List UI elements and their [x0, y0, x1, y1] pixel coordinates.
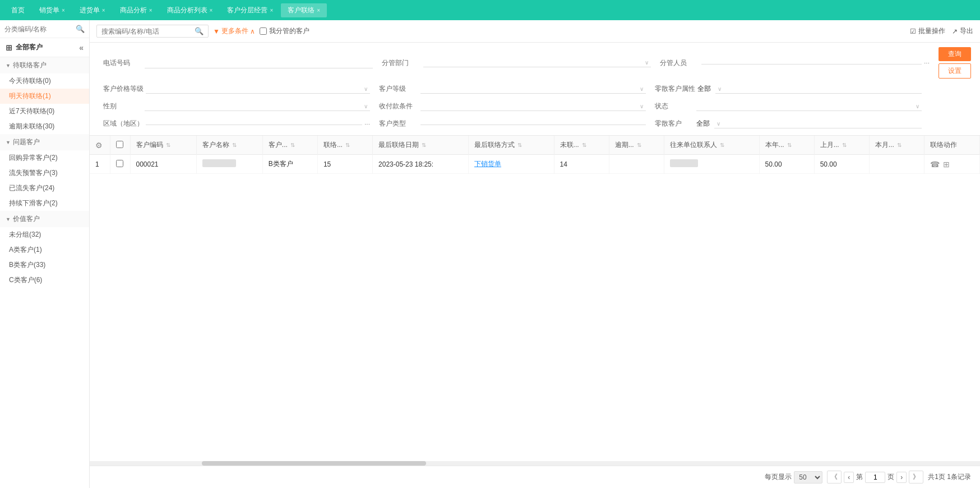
sidebar-item-tomorrow-contact[interactable]: 明天待联络(1) — [0, 89, 89, 104]
filter-manager-more[interactable]: ··· — [924, 59, 930, 67]
sort-last-contact-method-icon[interactable]: ⇅ — [517, 142, 522, 148]
filter-customer-level-select[interactable]: ∨ — [420, 85, 646, 94]
sort-customer-code-icon[interactable]: ⇅ — [166, 142, 170, 148]
nav-customer-tiered[interactable]: 客户分层经营 × — [220, 3, 280, 17]
per-page-select[interactable]: 50 100 200 — [794, 471, 822, 484]
filter-cell-status: 状态 ∨ — [650, 99, 926, 113]
setting-button[interactable]: 设置 — [939, 63, 971, 79]
th-current-month: 本月... ⇅ — [869, 136, 924, 155]
nav-product-analysis[interactable]: 商品分析 × — [113, 3, 159, 17]
nav-customer-contact[interactable]: 客户联络 × — [281, 3, 327, 17]
close-product-analysis-list-icon[interactable]: × — [210, 7, 213, 13]
filter-retail-customer-value: 全部 — [696, 119, 710, 128]
close-product-analysis-icon[interactable]: × — [149, 7, 152, 13]
sidebar-item-churn-warning[interactable]: 流失预警客户(3) — [0, 165, 89, 181]
filter-status-select[interactable]: ∨ — [696, 102, 922, 111]
dept-down-arrow-icon: ∨ — [645, 59, 649, 66]
filter-region-select[interactable] — [146, 122, 362, 125]
query-button[interactable]: 查询 — [939, 47, 971, 61]
filter-customer-type-label: 客户类型 — [379, 119, 418, 128]
sidebar-section-value: ▼ 价值客户 — [0, 211, 89, 227]
main-search-box[interactable]: 🔍 — [96, 25, 209, 38]
td-no-contact-days: 14 — [554, 155, 609, 174]
sort-last-contact-date-icon[interactable]: ⇅ — [422, 142, 426, 148]
my-customers-checkbox-container[interactable]: 我分管的客户 — [260, 26, 309, 36]
filter-customer-type-select[interactable] — [420, 122, 646, 125]
filter-phone-input[interactable] — [145, 58, 373, 68]
page-number-input[interactable] — [865, 472, 885, 483]
prev-page-button[interactable]: ‹ — [844, 472, 854, 483]
nav-product-analysis-list[interactable]: 商品分析列表 × — [160, 3, 220, 17]
next-page-button[interactable]: › — [896, 472, 907, 483]
row-action-grid-icon[interactable]: ⊞ — [943, 160, 950, 169]
filter-retail-attr-select[interactable]: ∨ — [715, 85, 922, 94]
row-action-buttons: ☎ ⊞ — [930, 160, 974, 169]
last-contact-method-link[interactable]: 下销货单 — [474, 160, 501, 168]
th-last-month: 上月... ⇅ — [814, 136, 869, 155]
sidebar: 🔍 ⊞ 全部客户 « ▼ 待联络客户 今天待联络(0) 明天待联络(1) 近7天… — [0, 20, 90, 488]
sidebar-item-overdue-contact[interactable]: 逾期未联络(30) — [0, 119, 89, 134]
sidebar-item-class-b[interactable]: B类客户(33) — [0, 257, 89, 273]
filter-manager-label: 分管人员 — [660, 58, 699, 68]
unit-contact-masked — [670, 159, 698, 167]
select-all-checkbox[interactable] — [116, 141, 123, 148]
sidebar-item-class-a[interactable]: A类客户(1) — [0, 242, 89, 257]
sort-contact-count-icon[interactable]: ⇅ — [345, 142, 350, 148]
my-customers-checkbox[interactable] — [260, 27, 267, 35]
filter-gender-select[interactable]: ∨ — [145, 102, 370, 111]
sort-current-year-icon[interactable]: ⇅ — [787, 142, 792, 148]
filter-dept-select[interactable]: ∨ — [423, 58, 651, 67]
customer-table: ⚙ 客户编码 ⇅ 客户名称 ⇅ — [90, 136, 980, 174]
sort-no-contact-days-icon[interactable]: ⇅ — [582, 142, 586, 148]
sidebar-item-declining[interactable]: 持续下滑客户(2) — [0, 196, 89, 211]
scrollbar-thumb[interactable] — [202, 461, 426, 466]
sidebar-item-repurchase-abnormal[interactable]: 回购异常客户(2) — [0, 150, 89, 165]
row-action-phone-icon[interactable]: ☎ — [930, 160, 940, 169]
nav-sales-order[interactable]: 销货单 × — [33, 3, 72, 17]
sidebar-item-churned[interactable]: 已流失客户(24) — [0, 181, 89, 196]
horizontal-scrollbar[interactable] — [90, 461, 980, 466]
sort-unit-contact-icon[interactable]: ⇅ — [720, 142, 724, 148]
sort-customer-name-icon[interactable]: ⇅ — [232, 142, 237, 148]
row-checkbox[interactable] — [116, 160, 123, 167]
main-search-icon[interactable]: 🔍 — [195, 27, 204, 35]
close-customer-tiered-icon[interactable]: × — [270, 7, 273, 13]
filter-region-more[interactable]: ··· — [364, 120, 370, 128]
filter-actions: 查询 设置 — [934, 47, 971, 79]
nav-home[interactable]: 首页 — [4, 3, 31, 17]
table-settings-icon[interactable]: ⚙ — [95, 141, 103, 150]
collapse-icon[interactable]: « — [79, 43, 84, 52]
filter-value-level-label: 客户价格等级 — [103, 84, 144, 94]
nav-purchase-order[interactable]: 进货单 × — [73, 3, 112, 17]
content-area: 🔍 ▼ 更多条件 ∧ 我分管的客户 ☑ 批量操作 ↗ 导出 — [90, 20, 980, 488]
main-search-input[interactable] — [101, 27, 195, 35]
filter-value-level-select[interactable]: ∨ — [146, 85, 370, 94]
th-contact-count: 联络... ⇅ — [317, 136, 372, 155]
sidebar-search-input[interactable] — [4, 25, 76, 33]
sidebar-item-ungrouped[interactable]: 未分组(32) — [0, 227, 89, 242]
batch-operation-button[interactable]: ☑ 批量操作 — [910, 26, 945, 36]
filter-manager-select[interactable] — [701, 62, 922, 65]
close-customer-contact-icon[interactable]: × — [317, 7, 320, 13]
sort-last-month-icon[interactable]: ⇅ — [842, 142, 847, 148]
td-last-contact-date: 2023-05-23 18:25: — [373, 155, 469, 174]
sort-customer-type-icon[interactable]: ⇅ — [290, 142, 295, 148]
last-page-button[interactable]: 》 — [909, 471, 923, 484]
export-button[interactable]: ↗ 导出 — [952, 26, 973, 36]
filter-cell-customer-level: 客户等级 ∨ — [375, 82, 650, 96]
page-size-container: 每页显示 50 100 200 — [765, 471, 822, 484]
sidebar-search-icon[interactable]: 🔍 — [76, 25, 85, 33]
close-purchase-order-icon[interactable]: × — [102, 7, 105, 13]
sort-overdue-icon[interactable]: ⇅ — [637, 142, 641, 148]
sort-current-month-icon[interactable]: ⇅ — [897, 142, 902, 148]
close-sales-order-icon[interactable]: × — [62, 7, 65, 13]
sidebar-item-7days-contact[interactable]: 近7天待联络(0) — [0, 104, 89, 119]
sidebar-all-customers[interactable]: ⊞ 全部客户 « — [0, 38, 89, 57]
sidebar-item-class-c[interactable]: C类客户(6) — [0, 273, 89, 288]
more-conditions-button[interactable]: ▼ 更多条件 ∧ — [213, 26, 255, 36]
filter-retail-customer-select[interactable]: ∨ — [714, 119, 922, 128]
sidebar-item-today-contact[interactable]: 今天待联络(0) — [0, 73, 89, 89]
td-unit-contact — [664, 155, 759, 174]
filter-payment-select[interactable]: ∨ — [420, 102, 646, 111]
first-page-button[interactable]: 《 — [827, 471, 842, 484]
